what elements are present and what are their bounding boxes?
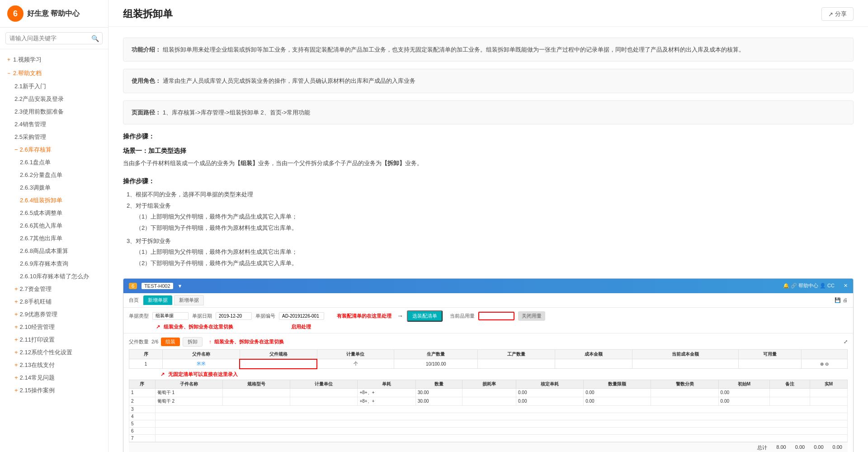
sc-td2-cons: +8+、+ (358, 388, 415, 397)
search-box: 🔍 (0, 28, 108, 49)
sidebar-item-purchase[interactable]: 2.5采购管理 (0, 131, 108, 143)
sc-select-btn[interactable]: 选装配清单 (407, 310, 443, 322)
sidebar-item-other-out[interactable]: 2.6.7其他出库单 (0, 232, 108, 245)
sc-annotation1: 有装配清单的在这里处理 (337, 313, 392, 319)
main-content: 组装拆卸单 ↗ 分享 功能介绍： 组装拆卸单用来处理企业组装或拆卸等加工业务，支… (108, 0, 868, 452)
sidebar-item-cost-adjust[interactable]: 2.6.5成本调整单 (0, 207, 108, 219)
sc-nobom-text: 无固定清单可以直接在这里录入 (168, 371, 238, 378)
table-row: 2 葡萄干 2 +8+、+ 30.00 0.00 0.00 0.00 (129, 397, 848, 405)
sc-note: ↑ (209, 339, 212, 344)
sidebar-item-payment[interactable]: +2.13在线支付 (0, 359, 108, 371)
sidebar-item-inventory[interactable]: −2.6库存核算 (0, 143, 108, 156)
sc-annotation2: 组装业务、拆卸业务在这里切换 (164, 324, 233, 330)
step3-sub1: （1）上部明细为父件明细，最终作为原材料生成其它出库单； (136, 247, 854, 258)
sc-th-avail: 可用量 (739, 349, 802, 359)
sc-date-label: 单据日期 (192, 313, 212, 319)
sc-bottom-total: 总计 8.00 0.00 0.00 0.00 (129, 442, 848, 452)
intro-block: 功能介绍： 组装拆卸单用来处理企业组装或拆卸等加工业务，支持有固定装配清单的产品… (123, 38, 854, 62)
share-button[interactable]: ↗ 分享 (821, 7, 854, 21)
table-row: 1 葡萄干 1 +8+、+ 30.00 0.00 0.00 0.00 (129, 388, 848, 397)
sc-docid-input[interactable] (279, 312, 324, 320)
sc-td2-seq: 1 (129, 388, 156, 397)
sidebar-item-sales[interactable]: 2.4销售管理 (0, 118, 108, 131)
sc-tab-new2[interactable]: 新增单据 (174, 295, 204, 305)
sc-td-avail (739, 359, 802, 369)
sc-confirm-btn[interactable]: 关闭用量 (518, 311, 545, 321)
screenshot-formbar: 单据类型 单据日期 单据编号 有装配清单的在这里处理 → 选装配清单 当前品用量… (123, 308, 853, 333)
search-icon: 🔍 (91, 35, 99, 42)
sidebar-item-mobile[interactable]: +2.8手机旺铺 (0, 295, 108, 308)
sidebar-item-faq[interactable]: +2.14常见问题 (0, 371, 108, 384)
sc-form-type-label: 单据类型 (129, 313, 149, 319)
sc-td2-note (770, 388, 810, 397)
sidebar-item-ledger-error[interactable]: 2.6.10库存账本错了怎么办 (0, 270, 108, 283)
sc-td2-seq: 2 (129, 397, 156, 405)
sc-assembly-btn[interactable]: 组装 (161, 338, 180, 346)
sidebar-item-operation[interactable]: +2.10经营管理 (0, 321, 108, 333)
sidebar-item-install[interactable]: 2.2产品安装及登录 (0, 93, 108, 105)
sidebar-item-videos[interactable]: + 1.视频学习 (0, 53, 108, 67)
sc-del-icon[interactable]: ⊖ (825, 362, 829, 366)
sc-td2-stdcons: 0.00 (516, 397, 584, 405)
sidebar-item-data-prep[interactable]: 2.3使用前数据准备 (0, 105, 108, 118)
sidebar-item-stocktake[interactable]: 2.6.1盘点单 (0, 156, 108, 169)
sidebar-item-other-in[interactable]: 2.6.6其他入库单 (0, 219, 108, 232)
sc-process-label: 父件数量 (129, 338, 149, 345)
sc-td2-seq: 3 (129, 405, 156, 413)
sidebar-item-print[interactable]: +2.11打印设置 (0, 333, 108, 346)
sidebar-item-docs[interactable]: − 2.帮助文档 (0, 67, 108, 80)
sc-td-cost (555, 359, 632, 369)
sc-th2-spec: 规格型号 (223, 380, 290, 388)
scenario1-heading: 场景一：加工类型选择 (123, 147, 854, 155)
sc-td2-empty (155, 434, 847, 442)
sc-child-table-wrap: 序 子件名称 规格型号 计量单位 单耗 数量 损耗率 核定单耗 数量限额 警数分… (129, 380, 848, 442)
sidebar-item-cases[interactable]: +2.15操作案例 (0, 384, 108, 397)
sidebar-item-finance[interactable]: +2.7资金管理 (0, 283, 108, 295)
sc-qty-input[interactable] (478, 312, 514, 320)
sc-td-cur-cost (632, 359, 738, 369)
sc-td-prod: 10/100.00 (394, 359, 478, 369)
sidebar-item-assembly[interactable]: 2.6.4组装拆卸单 (0, 194, 108, 207)
sc-disassembly-btn[interactable]: 拆卸 (183, 337, 203, 347)
sc-td-name: 米米 (163, 359, 240, 369)
sc-total-label: 总计 (757, 444, 767, 451)
screenshot-menubar: 自页 新增单据 新增单据 💾 🖨 (123, 293, 853, 308)
sc-note-label: 组装业务、拆卸业务在这里切换 (214, 338, 284, 345)
sidebar-item-transfer[interactable]: 2.6.3调拨单 (0, 181, 108, 194)
sc-td2-warn (651, 397, 718, 405)
sc-td2-seq: 4 (129, 413, 156, 420)
sidebar-item-cost-recalc[interactable]: 2.6.8商品成本重算 (0, 245, 108, 257)
sc-date-input[interactable] (216, 312, 252, 320)
sc-qty-label: 当前品用量 (450, 313, 475, 319)
sc-td2-spec (223, 388, 290, 397)
role-block: 使用角色： 通常由生产人员或库管人员完成拆装业务的操作，库管人员确认原材料的出库… (123, 69, 854, 93)
sc-tab-new[interactable]: 新增单据 (143, 295, 172, 305)
sc-td2-note (770, 397, 810, 405)
app-logo: 6 (7, 5, 24, 22)
role-label: 使用角色： (132, 77, 161, 84)
search-input[interactable] (5, 32, 103, 44)
sc-th2-unit-cons: 单耗 (358, 380, 415, 388)
sidebar-item-newbie[interactable]: 2.1新手入门 (0, 80, 108, 93)
sc-doc-type-input[interactable] (152, 312, 189, 320)
sidebar-item-partial-stocktake[interactable]: 2.6.2分量盘点单 (0, 169, 108, 181)
sidebar-item-ledger-query[interactable]: 2.6.9库存账本查询 (0, 257, 108, 270)
step1: 1、根据不同的业务，选择不同单据的类型来处理 (127, 189, 854, 200)
sc-annotation-arrow: ↗ (156, 324, 160, 330)
sc-td2-cons: +8+、+ (358, 397, 415, 405)
sc-td2-empty (155, 420, 847, 427)
sc-total-4: 0.00 (833, 444, 842, 451)
table-row: 7 (129, 434, 848, 442)
nav-tree: + 1.视频学习 − 2.帮助文档 2.1新手入门 2.2产品安装及登录 2.3… (0, 49, 108, 452)
sc-td2-qty: 30.00 (415, 397, 462, 405)
sc-annotation-nobom: ↗ 无固定清单可以直接在这里录入 (129, 371, 848, 378)
scenario1-desc: 当由多个子件材料组装成一个成品的业务为【组装】业务，当由一个父件拆分成多个子产品… (123, 158, 854, 169)
sc-td2-spec (223, 397, 290, 405)
sidebar-item-coupon[interactable]: +2.9优惠券管理 (0, 308, 108, 321)
sc-copy-icon[interactable]: ⊕ (820, 362, 824, 366)
sc-td2-quota: 0.00 (584, 388, 651, 397)
path-label: 页面路径： (132, 109, 161, 116)
sidebar-item-system[interactable]: +2.12系统个性化设置 (0, 346, 108, 359)
sc-td2-actm (810, 388, 847, 397)
sc-td2-warn (651, 388, 718, 397)
